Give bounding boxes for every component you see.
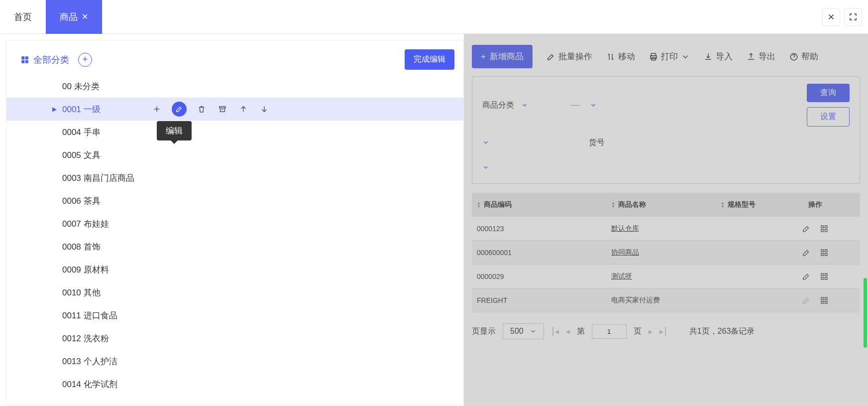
chevron-down-icon — [521, 102, 528, 109]
category-panel: 全部分类 + 完成编辑 编辑 00 未分类 ▶ 0001 一级 0004 手串 — [6, 40, 464, 406]
scrollbar-indicator[interactable] — [864, 278, 867, 348]
svg-rect-1 — [25, 56, 28, 59]
add-category-button[interactable]: + — [78, 53, 92, 67]
product-code: FREIGHT — [477, 296, 507, 304]
move-up-icon[interactable] — [237, 103, 249, 115]
per-page-select[interactable]: 500 — [503, 323, 544, 339]
tab-products[interactable]: 商品 ✕ — [46, 0, 102, 34]
svg-rect-4 — [219, 107, 225, 108]
finish-edit-button[interactable]: 完成编辑 — [405, 49, 454, 70]
filter-select-3[interactable] — [482, 158, 522, 176]
tree-item[interactable]: 00 未分类 — [6, 75, 463, 98]
tree-item[interactable]: 0007 布娃娃 — [6, 212, 463, 235]
grid-icon — [20, 55, 29, 64]
filter-panel: 商品分类 查询 设置 货号 — [472, 76, 860, 184]
svg-rect-13 — [821, 250, 824, 252]
row-more-icon[interactable] — [820, 248, 829, 257]
svg-rect-15 — [821, 253, 824, 256]
page-next-icon[interactable]: ▸ — [649, 327, 652, 336]
row-more-icon[interactable] — [820, 296, 829, 305]
svg-rect-22 — [825, 297, 828, 300]
tab-home[interactable]: 首页 — [0, 0, 46, 34]
svg-rect-23 — [821, 301, 824, 303]
tree-item[interactable]: 0003 南昌门店商品 — [6, 166, 463, 189]
chevron-down-icon — [681, 52, 690, 61]
chevron-down-icon — [482, 164, 489, 171]
export-button[interactable]: 导出 — [747, 51, 775, 62]
product-name-link[interactable]: 默认仓库 — [611, 224, 639, 233]
fullscreen-button[interactable] — [844, 8, 862, 26]
chevron-down-icon — [482, 139, 489, 146]
svg-rect-19 — [821, 277, 824, 279]
table-row[interactable]: 0000123 默认仓库 — [472, 217, 860, 241]
product-code: 000600001 — [477, 249, 512, 257]
close-icon[interactable]: ✕ — [82, 12, 88, 21]
page-prev-icon[interactable]: ◂ — [566, 327, 570, 336]
help-button[interactable]: 帮助 — [789, 51, 818, 62]
category-tree[interactable]: 00 未分类 ▶ 0001 一级 0004 手串 0005 文具 0003 南昌… — [6, 75, 463, 406]
svg-rect-14 — [825, 250, 828, 252]
bulk-action-button[interactable]: 批量操作 — [546, 51, 592, 62]
tab-bar: 首页 商品 ✕ — [0, 0, 868, 34]
import-icon — [704, 52, 713, 61]
tree-item[interactable]: 0011 进口食品 — [6, 304, 463, 327]
page-input[interactable] — [592, 324, 627, 339]
row-more-icon[interactable] — [820, 272, 829, 281]
svg-rect-18 — [825, 273, 828, 276]
page-last-icon[interactable]: ▸⎮ — [659, 327, 667, 336]
printer-icon — [649, 52, 658, 61]
table-row[interactable]: 0000029 测试呀 — [472, 265, 860, 288]
row-edit-icon[interactable] — [802, 296, 811, 305]
svg-rect-3 — [25, 60, 28, 63]
sort-icon[interactable]: ▲▼ — [477, 201, 481, 208]
tree-item[interactable]: 0006 茶具 — [6, 189, 463, 212]
query-button[interactable]: 查询 — [807, 84, 850, 102]
row-edit-icon[interactable] — [802, 272, 811, 281]
page-first-icon[interactable]: ⎮◂ — [551, 327, 559, 336]
settings-button[interactable]: 设置 — [807, 107, 850, 127]
row-edit-icon[interactable] — [802, 224, 811, 233]
product-name-link[interactable]: 测试呀 — [611, 272, 632, 281]
tree-item[interactable]: 0014 化学试剂 — [6, 373, 463, 396]
tree-item[interactable]: 0004 手串 — [6, 121, 463, 143]
filter-select-2[interactable] — [482, 134, 522, 151]
move-button[interactable]: 移动 — [606, 51, 635, 62]
filter-sku-label: 货号 — [589, 137, 605, 148]
row-more-icon[interactable] — [820, 224, 829, 233]
tree-item[interactable]: 0010 其他 — [6, 281, 463, 304]
sort-icon[interactable]: ▲▼ — [611, 201, 615, 208]
pager-summary: 共1页，263条记录 — [689, 326, 755, 337]
table-row[interactable]: FREIGHT 电商买家付运费 — [472, 288, 860, 312]
svg-rect-9 — [821, 226, 824, 228]
all-categories-link[interactable]: 全部分类 — [20, 54, 69, 66]
table-row[interactable]: 000600001 协同商品 — [472, 241, 860, 265]
move-down-icon[interactable] — [258, 103, 270, 115]
tree-item[interactable]: 0009 原材料 — [6, 258, 463, 281]
close-tabs-button[interactable] — [822, 8, 840, 26]
sort-icon[interactable]: ▲▼ — [721, 201, 725, 208]
tree-item[interactable]: 0013 个人护洁 — [6, 350, 463, 373]
tree-item-selected[interactable]: ▶ 0001 一级 — [6, 98, 463, 121]
svg-rect-2 — [21, 60, 24, 63]
tree-item[interactable]: 0008 首饰 — [6, 235, 463, 258]
edit-icon[interactable] — [172, 102, 187, 117]
svg-rect-0 — [21, 56, 24, 59]
delete-icon[interactable] — [196, 103, 208, 115]
cross-icon — [827, 12, 836, 21]
row-edit-icon[interactable] — [802, 248, 811, 257]
print-button[interactable]: 打印 — [649, 51, 690, 62]
plus-icon: + — [481, 52, 486, 62]
export-icon — [747, 52, 756, 61]
product-name-link[interactable]: 协同商品 — [611, 248, 639, 257]
svg-rect-17 — [821, 273, 824, 276]
category-select-to[interactable] — [590, 96, 630, 114]
pagination: 页显示 500 ⎮◂ ◂ 第 页 ▸ ▸⎮ 共1页，263条记录 — [472, 323, 860, 339]
tree-item[interactable]: 0012 洗衣粉 — [6, 327, 463, 350]
caret-right-icon[interactable]: ▶ — [52, 106, 57, 113]
category-select-from[interactable] — [521, 96, 561, 114]
new-product-button[interactable]: +新增商品 — [472, 45, 533, 68]
tree-item[interactable]: 0005 文具 — [6, 143, 463, 166]
add-child-icon[interactable] — [151, 103, 163, 115]
import-button[interactable]: 导入 — [704, 51, 733, 62]
archive-icon[interactable] — [217, 103, 228, 115]
